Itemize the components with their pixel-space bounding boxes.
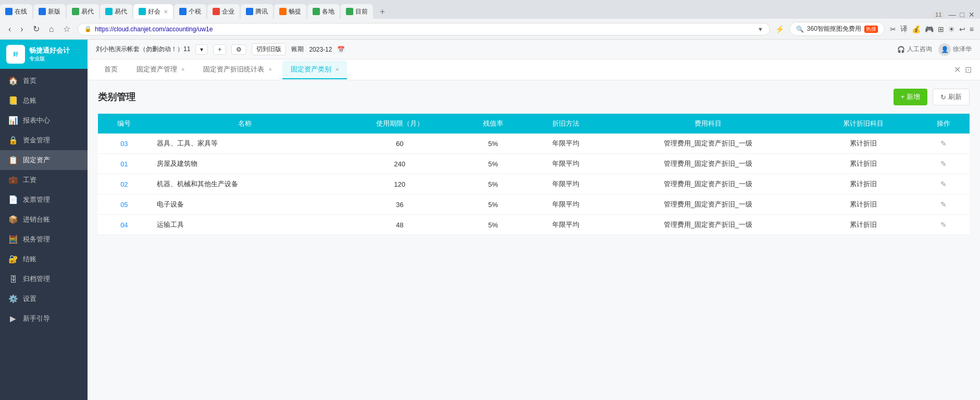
- sidebar-item-guide[interactable]: ▶ 新手引导: [0, 309, 88, 329]
- tab-close-icon[interactable]: ×: [336, 66, 339, 72]
- customer-service-button[interactable]: 🎧 人工咨询: [897, 45, 932, 54]
- browser-tab-8[interactable]: 腾讯: [241, 4, 273, 19]
- close-icon[interactable]: ✕: [969, 10, 975, 19]
- edit-button[interactable]: ✎: [940, 180, 947, 188]
- home-button[interactable]: ⌂: [47, 23, 56, 35]
- sidebar-item-closing[interactable]: 🔐 结账: [0, 249, 88, 269]
- sidebar-item-tax[interactable]: 🧮 税务管理: [0, 229, 88, 249]
- browser-tab-5[interactable]: 好会 ✕: [133, 4, 173, 19]
- browser-tab-2[interactable]: 新版: [33, 4, 66, 19]
- browser-tab-1[interactable]: 在线: [0, 4, 32, 19]
- edit-button[interactable]: ✎: [940, 221, 947, 229]
- extension-icon[interactable]: ⚡: [775, 25, 784, 33]
- account-name: 刘小艳演示帐套（勿删勿动！）11: [96, 45, 190, 54]
- tab-close-icon[interactable]: ✕: [164, 9, 168, 15]
- grid-icon[interactable]: ⊞: [938, 25, 944, 33]
- scissors-icon[interactable]: ✂: [890, 25, 896, 33]
- cell-name: 运输工具: [151, 215, 340, 235]
- user-avatar[interactable]: 👤 徐泽华: [938, 43, 972, 56]
- maximize-icon[interactable]: □: [960, 10, 964, 19]
- page-title-bar: 类别管理 + 新增 ↻ 刷新: [98, 89, 970, 105]
- add-account-button[interactable]: +: [213, 44, 226, 55]
- tab-depreciation[interactable]: 固定资产折旧统计表 ×: [195, 60, 280, 79]
- ledger-icon: 📒: [8, 96, 18, 105]
- tab-count-badge: 11: [933, 11, 944, 18]
- edit-button[interactable]: ✎: [940, 160, 947, 168]
- sidebar-item-ledger[interactable]: 📒 总账: [0, 91, 88, 111]
- sidebar-item-finance[interactable]: 🔒 资金管理: [0, 130, 88, 150]
- cell-action[interactable]: ✎: [917, 174, 970, 195]
- toolbar-icons: ✂ 译 💰 🎮 ⊞ ☀ ↩ ≡: [890, 25, 974, 34]
- col-method: 折旧方法: [526, 114, 606, 134]
- cell-code: 01: [98, 154, 151, 174]
- sidebar-item-settings[interactable]: ⚙️ 设置: [0, 289, 88, 309]
- url-dropdown-icon[interactable]: ▼: [758, 26, 763, 32]
- tab-close-icon[interactable]: ×: [181, 66, 184, 72]
- wallet-icon[interactable]: 💰: [912, 25, 921, 33]
- cell-residual: 5%: [460, 195, 526, 215]
- switch-version-button[interactable]: 切到旧版: [252, 43, 286, 55]
- sidebar-item-archive[interactable]: 🗄 归档管理: [0, 269, 88, 289]
- refresh-label: 刷新: [948, 92, 962, 102]
- sidebar-item-home[interactable]: 🏠 首页: [0, 71, 88, 91]
- game-icon[interactable]: 🎮: [925, 25, 934, 33]
- browser-tab-6[interactable]: 个税: [174, 4, 206, 19]
- reload-button[interactable]: ↻: [31, 23, 42, 35]
- translate-icon[interactable]: 译: [900, 25, 908, 34]
- tab-favicon: [5, 8, 13, 15]
- headset-icon: 🎧: [897, 46, 905, 53]
- search-bar[interactable]: 🔍 360智能抠图免费用 热搜: [789, 22, 885, 36]
- back-button[interactable]: ‹: [6, 23, 13, 35]
- browser-tab-10[interactable]: 各地: [307, 4, 340, 19]
- menu-icon[interactable]: ≡: [970, 25, 974, 33]
- tab-home[interactable]: 首页: [96, 60, 126, 79]
- cell-expense: 管理费用_固定资产折旧_一级: [606, 174, 810, 195]
- tab-label: 各地: [322, 7, 334, 16]
- cell-action[interactable]: ✎: [917, 215, 970, 235]
- refresh-button[interactable]: ↻ 刷新: [933, 89, 970, 105]
- tab-panel-expand-icon[interactable]: ⊡: [965, 65, 972, 75]
- tab-category[interactable]: 固定资产类别 ×: [282, 60, 347, 79]
- cell-action[interactable]: ✎: [917, 134, 970, 154]
- edit-button[interactable]: ✎: [940, 139, 947, 148]
- brightness-icon[interactable]: ☀: [948, 25, 955, 33]
- browser-tab-4[interactable]: 易代: [100, 4, 132, 19]
- sidebar-item-fixed-assets[interactable]: 📋 固定资产: [0, 150, 88, 170]
- minimize-icon[interactable]: —: [949, 10, 956, 19]
- url-bar[interactable]: 🔒 https://cloud.chanjet.com/accounting/u…: [78, 23, 770, 35]
- tab-label: 易代: [115, 7, 127, 16]
- cell-action[interactable]: ✎: [917, 195, 970, 215]
- url-text: https://cloud.chanjet.com/accounting/uw1…: [95, 26, 754, 33]
- settings-gear-button[interactable]: ⚙: [231, 44, 246, 55]
- browser-tab-9[interactable]: 畅提: [274, 4, 306, 19]
- col-period: 使用期限（月）: [339, 114, 460, 134]
- dropdown-account-button[interactable]: ▾: [195, 44, 208, 55]
- sidebar-item-payroll[interactable]: 💼 工资: [0, 170, 88, 190]
- new-tab-button[interactable]: ＋: [374, 4, 391, 19]
- forward-button[interactable]: ›: [18, 23, 25, 35]
- tab-close-icon[interactable]: ×: [268, 66, 271, 72]
- sidebar-item-inventory[interactable]: 📦 进销台账: [0, 210, 88, 229]
- tab-label: 企业: [222, 7, 234, 16]
- sidebar-nav: 🏠 首页 📒 总账 📊 报表中心 🔒 资金管理 📋 固定资产 💼 工资: [0, 69, 88, 400]
- hot-badge: 热搜: [864, 26, 878, 33]
- tab-favicon: [72, 8, 79, 15]
- tab-label: 在线: [15, 7, 27, 16]
- edit-button[interactable]: ✎: [940, 200, 947, 209]
- browser-tab-7[interactable]: 企业: [207, 4, 240, 19]
- sidebar-item-label: 税务管理: [23, 235, 50, 244]
- cell-period: 60: [339, 134, 460, 154]
- sidebar-item-reports[interactable]: 📊 报表中心: [0, 111, 88, 130]
- undo-icon[interactable]: ↩: [959, 25, 965, 33]
- browser-tab-11[interactable]: 目前: [341, 4, 373, 19]
- tab-fixed-mgmt[interactable]: 固定资产管理 ×: [128, 60, 193, 79]
- sidebar-item-invoice[interactable]: 📄 发票管理: [0, 190, 88, 210]
- browser-tab-3[interactable]: 易代: [67, 4, 99, 19]
- tab-label: 腾讯: [255, 7, 268, 16]
- tab-panel-close-icon[interactable]: ✕: [954, 65, 961, 75]
- cell-action[interactable]: ✎: [917, 154, 970, 174]
- calendar-icon[interactable]: 📅: [337, 46, 345, 53]
- add-button[interactable]: + 新增: [894, 89, 927, 105]
- settings-icon: ⚙️: [8, 294, 18, 304]
- bookmark-button[interactable]: ☆: [61, 23, 72, 35]
